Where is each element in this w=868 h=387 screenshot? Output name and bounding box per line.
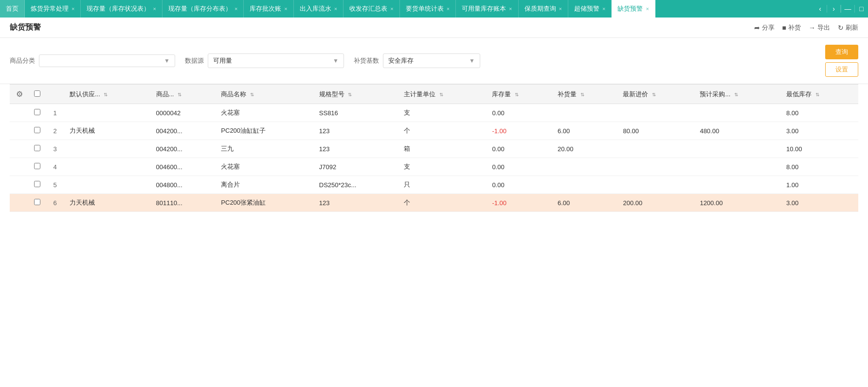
row-latest-price: 200.00 (618, 194, 695, 212)
category-select[interactable]: ▼ (39, 54, 175, 67)
row-min-stock: 3.00 (781, 194, 858, 212)
table-body: 1 0000042 火花塞 SS816 支 0.00 8.00 2 力天机械 0… (10, 104, 858, 212)
row-supplier (65, 140, 151, 158)
table-row: 5 004800... 离合片 DS250*23c... 只 0.00 1.00 (10, 176, 858, 194)
settings-button[interactable]: 设置 (825, 62, 858, 77)
row-checkbox-0[interactable] (34, 109, 40, 115)
row-min-stock: 10.00 (781, 140, 858, 158)
row-expected-purchase: 1200.00 (695, 194, 781, 212)
row-index: 6 (45, 194, 65, 212)
page-content: 缺货预警 ➦ 分享 ■ 补货 → 导出 ↻ 刷新 商品分类 (0, 18, 868, 387)
goods-code-sort-icon: ⇅ (178, 92, 181, 97)
nav-tab-close-expiry[interactable]: × (559, 6, 562, 12)
row-latest-price (618, 140, 695, 158)
row-min-stock: 8.00 (781, 104, 858, 122)
row-goods-code: 004800... (151, 176, 217, 194)
replenish-sort-icon: ⇅ (580, 92, 584, 97)
th-gear[interactable]: ⚙ (10, 85, 29, 104)
nav-tab-inventory-status[interactable]: 现存量（库存状况表）× (81, 0, 162, 18)
row-checkbox-3[interactable] (34, 163, 40, 169)
export-button[interactable]: → 导出 (809, 23, 830, 32)
select-all-checkbox[interactable] (34, 90, 40, 97)
row-checkbox-cell[interactable] (29, 194, 45, 212)
row-unit: 只 (399, 176, 487, 194)
th-goods-code[interactable]: 商品... ⇅ (151, 85, 217, 104)
row-expected-purchase: 480.00 (695, 122, 781, 140)
nav-tab-close-abnormal[interactable]: × (72, 6, 74, 12)
row-stock: -1.00 (487, 122, 553, 140)
share-button[interactable]: ➦ 分享 (754, 23, 775, 32)
th-expected-purchase[interactable]: 预计采购... ⇅ (695, 85, 781, 104)
nav-tab-close-collect-summary[interactable]: × (390, 6, 393, 12)
export-icon: → (809, 24, 815, 32)
row-goods-name: 离合片 (216, 176, 314, 194)
th-min-stock[interactable]: 最低库存 ⇅ (781, 85, 858, 104)
row-goods-name: PC200张紧油缸 (216, 194, 314, 212)
row-supplier (65, 104, 151, 122)
expected-purchase-sort-icon: ⇅ (734, 92, 738, 97)
nav-tab-close-inventory-status[interactable]: × (153, 6, 156, 12)
th-supplier[interactable]: 默认供应... ⇅ (65, 85, 151, 104)
nav-tab-inout-flow[interactable]: 出入库流水× (294, 0, 344, 18)
row-latest-price (618, 104, 695, 122)
datasource-select[interactable]: 可用量 ▼ (208, 53, 344, 68)
nav-next-arrow[interactable]: › (827, 5, 841, 13)
nav-tab-close-batch-account[interactable]: × (284, 6, 287, 12)
nav-tab-overstock[interactable]: 超储预警× (568, 0, 612, 18)
row-goods-code: 004600... (151, 158, 217, 176)
category-select-arrow-icon: ▼ (164, 57, 170, 64)
replenish-button[interactable]: ■ 补货 (782, 23, 801, 32)
row-checkbox-1[interactable] (34, 127, 40, 133)
row-gear-cell (10, 122, 29, 140)
nav-maximize-btn[interactable]: □ (854, 5, 868, 13)
row-checkbox-cell[interactable] (29, 104, 45, 122)
row-unit: 个 (399, 194, 487, 212)
nav-tab-close-available-ledger[interactable]: × (509, 6, 512, 12)
th-goods-name[interactable]: 商品名称 ⇅ (216, 85, 314, 104)
row-stock: 0.00 (487, 140, 553, 158)
query-button[interactable]: 查询 (825, 45, 858, 59)
nav-tab-home[interactable]: 首页 (0, 0, 25, 18)
row-checkbox-cell[interactable] (29, 176, 45, 194)
row-unit: 个 (399, 122, 487, 140)
th-replenish[interactable]: 补货量 ⇅ (553, 85, 618, 104)
row-supplier (65, 158, 151, 176)
row-replenish (553, 176, 618, 194)
row-checkbox-cell[interactable] (29, 140, 45, 158)
row-checkbox-5[interactable] (34, 199, 40, 205)
nav-prev-arrow[interactable]: ‹ (814, 5, 827, 13)
unit-sort-icon: ⇅ (439, 92, 443, 97)
nav-tab-close-overstock[interactable]: × (602, 6, 605, 12)
nav-tab-close-shortage[interactable]: × (646, 6, 649, 12)
row-goods-code: 801110... (151, 194, 217, 212)
shortage-table: ⚙ 默认供应... ⇅ 商品... ⇅ 商品名称 ⇅ (10, 84, 858, 212)
nav-tab-order-stats[interactable]: 要货单统计表× (400, 0, 456, 18)
row-checkbox-2[interactable] (34, 145, 40, 151)
refresh-button[interactable]: ↻ 刷新 (838, 23, 858, 32)
page-header: 缺货预警 ➦ 分享 ■ 补货 → 导出 ↻ 刷新 (0, 18, 868, 38)
th-unit[interactable]: 主计量单位 ⇅ (399, 85, 487, 104)
replenish-base-select[interactable]: 安全库存 ▼ (383, 53, 480, 68)
table-container: ⚙ 默认供应... ⇅ 商品... ⇅ 商品名称 ⇅ (0, 84, 868, 212)
nav-tab-expiry[interactable]: 保质期查询× (519, 0, 568, 18)
nav-tab-available-ledger[interactable]: 可用量库存账本× (456, 0, 518, 18)
nav-tab-collect-summary[interactable]: 收发存汇总表× (344, 0, 399, 18)
row-replenish (553, 104, 618, 122)
row-checkbox-cell[interactable] (29, 122, 45, 140)
nav-tab-abnormal[interactable]: 炼货异常处理× (25, 0, 81, 18)
nav-tab-shortage[interactable]: 缺货预警× (612, 0, 655, 18)
row-index: 3 (45, 140, 65, 158)
row-checkbox-4[interactable] (34, 181, 40, 187)
th-stock[interactable]: 库存量 ⇅ (487, 85, 553, 104)
th-latest-price[interactable]: 最新进价 ⇅ (618, 85, 695, 104)
nav-minimize-btn[interactable]: — (841, 5, 854, 13)
nav-tab-inventory-dist[interactable]: 现存量（库存分布表）× (163, 0, 244, 18)
nav-tab-close-inout-flow[interactable]: × (334, 6, 337, 12)
row-checkbox-cell[interactable] (29, 158, 45, 176)
th-spec[interactable]: 规格型号 ⇅ (314, 85, 399, 104)
nav-tab-close-inventory-dist[interactable]: × (235, 6, 237, 12)
nav-tab-close-order-stats[interactable]: × (447, 6, 450, 12)
category-filter-group: 商品分类 ▼ (10, 54, 175, 67)
nav-tab-batch-account[interactable]: 库存批次账× (244, 0, 293, 18)
row-gear-cell (10, 158, 29, 176)
